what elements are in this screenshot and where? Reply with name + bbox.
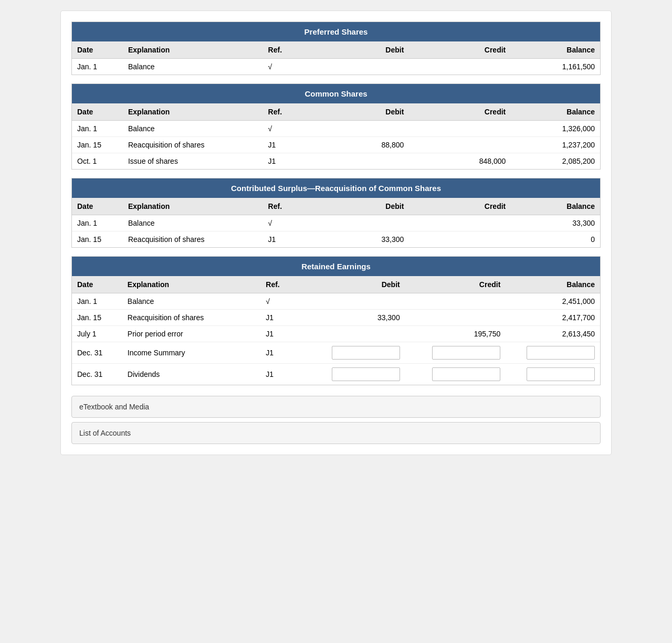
cell-balance: 1,161,500 [511,59,600,75]
table-row: Jan. 1Balance√1,326,000 [72,121,600,137]
col-header-debit: Debit [307,103,409,121]
debit-input[interactable] [332,346,400,360]
credit-input[interactable] [432,346,500,360]
table-row: Jan. 15Reacquisition of sharesJ188,8001,… [72,137,600,153]
col-header-explanation: Explanation [123,198,263,215]
cell-debit [304,326,405,342]
cell-debit: 33,300 [307,231,409,248]
cell-credit [409,59,511,75]
cell-explanation: Balance [123,215,263,231]
cell-explanation: Balance [123,59,263,75]
col-header-ref: Ref. [260,276,304,293]
cell-date: Dec. 31 [72,342,122,364]
cell-balance: 2,417,700 [506,310,600,326]
balance-input[interactable] [527,367,595,381]
col-header-explanation: Explanation [123,103,263,121]
cell-credit [409,121,511,137]
cell-explanation: Issue of shares [123,153,263,170]
col-header-credit: Credit [409,103,511,121]
cell-credit[interactable] [405,364,506,385]
credit-input[interactable] [432,367,500,381]
cell-balance: 1,237,200 [511,137,600,153]
balance-input[interactable] [527,346,595,360]
section-retained-earnings: Retained EarningsDateExplanationRef.Debi… [71,256,601,385]
cell-ref: √ [263,121,308,137]
table-row: Jan. 15Reacquisition of sharesJ133,3002,… [72,310,600,326]
cell-credit [409,215,511,231]
col-header-explanation: Explanation [123,41,263,59]
col-header-date: Date [72,276,122,293]
cell-debit: 88,800 [307,137,409,153]
cell-ref: J1 [263,231,308,248]
cell-ref: J1 [260,326,304,342]
col-header-explanation: Explanation [122,276,260,293]
retained-earnings-title: Retained Earnings [72,257,600,276]
cell-balance[interactable] [506,364,600,385]
cell-ref: J1 [260,364,304,385]
cell-date: Jan. 1 [72,59,123,75]
cell-date: Jan. 15 [72,310,122,326]
col-header-date: Date [72,41,123,59]
tables-container: Preferred SharesDateExplanationRef.Debit… [71,22,601,385]
cell-debit: 33,300 [304,310,405,326]
col-header-debit: Debit [304,276,405,293]
cell-explanation: Dividends [122,364,260,385]
col-header-debit: Debit [307,41,409,59]
cell-date: Jan. 1 [72,215,123,231]
cell-explanation: Income Summary [122,342,260,364]
cell-explanation: Reacquisition of shares [122,310,260,326]
cell-balance: 0 [511,231,600,248]
cell-balance: 1,326,000 [511,121,600,137]
cell-ref: J1 [260,342,304,364]
cell-debit [307,121,409,137]
col-header-date: Date [72,198,123,215]
cell-debit [307,153,409,170]
cell-balance[interactable] [506,342,600,364]
col-header-balance: Balance [511,41,600,59]
col-header-ref: Ref. [263,103,308,121]
cell-debit [307,215,409,231]
table-row: July 1Prior period errorJ1195,7502,613,4… [72,326,600,342]
col-header-debit: Debit [307,198,409,215]
page-container: Preferred SharesDateExplanationRef.Debit… [60,10,612,455]
cell-date: Jan. 15 [72,231,123,248]
section-preferred-shares: Preferred SharesDateExplanationRef.Debit… [71,22,601,75]
cell-credit [405,293,506,310]
cell-credit: 195,750 [405,326,506,342]
cell-debit[interactable] [304,364,405,385]
cell-date: Jan. 1 [72,293,122,310]
cell-ref: J1 [263,137,308,153]
contributed-surplus-title: Contributed Surplus—Reacquisition of Com… [72,178,600,198]
cell-explanation: Balance [123,121,263,137]
table-row: Jan. 1Balance√1,161,500 [72,59,600,75]
cell-balance: 2,085,200 [511,153,600,170]
cell-ref: J1 [260,310,304,326]
cell-explanation: Reacquisition of shares [123,137,263,153]
cell-ref: √ [260,293,304,310]
common-shares-title: Common Shares [72,84,600,103]
cell-ref: √ [263,215,308,231]
cell-credit [405,310,506,326]
col-header-date: Date [72,103,123,121]
table-row: Jan. 1Balance√33,300 [72,215,600,231]
col-header-balance: Balance [506,276,600,293]
section-common-shares: Common SharesDateExplanationRef.DebitCre… [71,83,601,170]
section-contributed-surplus: Contributed Surplus—Reacquisition of Com… [71,178,601,248]
table-row: Dec. 31Income SummaryJ1 [72,342,600,364]
list-of-accounts-button[interactable]: List of Accounts [71,422,601,444]
cell-credit[interactable] [405,342,506,364]
debit-input[interactable] [332,367,400,381]
table-row: Oct. 1Issue of sharesJ1848,0002,085,200 [72,153,600,170]
bottom-buttons: eTextbook and Media List of Accounts [71,396,601,444]
cell-date: Jan. 1 [72,121,123,137]
cell-credit [409,231,511,248]
cell-balance: 2,613,450 [506,326,600,342]
cell-date: Oct. 1 [72,153,123,170]
cell-debit[interactable] [304,342,405,364]
cell-explanation: Reacquisition of shares [123,231,263,248]
table-row: Jan. 1Balance√2,451,000 [72,293,600,310]
table-row: Dec. 31DividendsJ1 [72,364,600,385]
etextbook-button[interactable]: eTextbook and Media [71,396,601,418]
cell-date: Jan. 15 [72,137,123,153]
table-row: Jan. 15Reacquisition of sharesJ133,3000 [72,231,600,248]
